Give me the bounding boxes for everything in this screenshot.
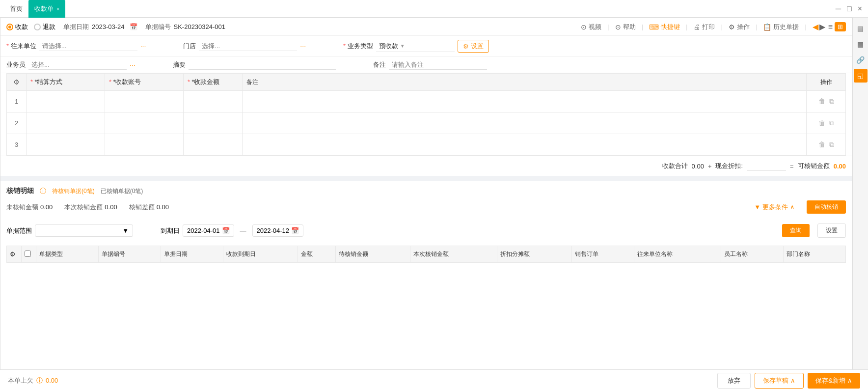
receipt-table: ⚙ * *结算方式 * *收款账号 * *收款金额 备注 操作 <box>6 73 846 156</box>
prev-icon[interactable]: ◀ <box>813 22 818 31</box>
settle-cell-2[interactable] <box>27 112 105 134</box>
more-conditions-btn[interactable]: ▼ 更多条件 ∧ <box>754 203 795 212</box>
radio-refund[interactable]: 退款 <box>34 23 55 31</box>
store-field: 门店 ··· <box>183 41 306 51</box>
abandon-btn[interactable]: 放弃 <box>717 373 751 389</box>
operation-btn[interactable]: ⚙ 操作 <box>729 23 750 31</box>
remark-cell-1[interactable] <box>243 91 807 112</box>
verify-settings-btn[interactable]: 设置 <box>817 223 846 238</box>
receipt-refund-radio: 收款 退款 <box>6 23 55 31</box>
nav-tab-home[interactable]: 首页 <box>4 0 28 18</box>
auto-verify-btn[interactable]: 自动核销 <box>807 200 846 214</box>
sidebar-expand-icon[interactable]: ◱ <box>854 69 868 83</box>
remark-cell-3[interactable] <box>243 134 807 156</box>
table-gear-icon-2[interactable]: ⚙ <box>10 251 16 258</box>
minimize-icon[interactable]: ─ <box>834 4 843 13</box>
amount-cell-1[interactable] <box>184 91 243 112</box>
partner-more-btn[interactable]: ··· <box>140 42 146 50</box>
form-row-1: * 往来单位 ··· 门店 ··· * 业务类型 预收款 ▼ ⚙ 设置 <box>0 36 852 57</box>
grid-view-icon[interactable]: ⊞ <box>835 22 846 31</box>
gear-icon: ⚙ <box>463 43 469 50</box>
number-field: 单据编号 SK-20230324-001 <box>145 23 226 31</box>
account-cell-1[interactable] <box>105 91 184 112</box>
form-row-2: 业务员 ··· 摘要 备注 <box>0 57 852 73</box>
query-btn[interactable]: 查询 <box>782 224 810 237</box>
partner-input[interactable] <box>39 41 137 51</box>
radio-circle-receipt <box>6 24 13 30</box>
amount-cell-3[interactable] <box>184 134 243 156</box>
main-content: 收款 退款 单据日期 2023-03-24 📅 单据编号 SK-20230324… <box>0 18 852 391</box>
section-title-row: 核销明细 ⓘ 待核销单据(0笔) 已核销单据(0笔) <box>6 187 846 196</box>
store-more-btn[interactable]: ··· <box>300 42 306 50</box>
delete-row-icon[interactable]: 🗑 <box>818 140 825 149</box>
account-cell-2[interactable] <box>105 112 184 134</box>
range-select[interactable]: ▼ <box>35 224 133 237</box>
verify-table: ⚙ 单据类型 单据编号 单据日期 收款到期日 金额 待核销金额 本次核销金额 折… <box>6 246 846 263</box>
table-row: 1 🗑 ⧉ <box>7 91 846 112</box>
stat-row: 未核销金额 0.00 本次核销金额 0.00 核销差额 0.00 ▼ 更多条件 … <box>6 200 846 214</box>
history-btn[interactable]: 📋 历史单据 <box>763 23 799 31</box>
calendar-icon[interactable]: 📅 <box>130 23 137 30</box>
select-all-checkbox[interactable] <box>25 251 31 257</box>
calendar-start-icon: 📅 <box>222 227 230 234</box>
section-divider <box>0 176 852 181</box>
toolbar-right: ⊙ 视频 | ⊙ 帮助 | ⌨ 快捷键 | 🖨 打印 | ⚙ 操作 <box>581 22 846 31</box>
discount-input[interactable] <box>747 161 786 171</box>
settle-cell-1[interactable] <box>27 91 105 112</box>
amount-cell-2[interactable] <box>184 112 243 134</box>
sidebar-table-icon[interactable]: ▤ <box>854 22 868 35</box>
receipt-table-section: ⚙ * *结算方式 * *收款账号 * *收款金额 备注 操作 <box>0 73 852 156</box>
close-tab-icon[interactable]: × <box>56 6 59 12</box>
filter-row: 单据范围 ▼ 到期日 2022-04-01 📅 — 2022-04-12 📅 查 <box>6 220 846 242</box>
biz-settings-btn[interactable]: ⚙ 设置 <box>458 40 489 53</box>
maximize-icon[interactable]: □ <box>845 4 854 13</box>
help-btn[interactable]: ⊙ 帮助 <box>615 23 636 31</box>
remark-input[interactable] <box>389 60 487 70</box>
nav-tab-receipt[interactable]: 收款单 × <box>28 0 65 18</box>
save-new-btn[interactable]: 保存&新增 ∧ <box>808 373 860 389</box>
settle-cell-3[interactable] <box>27 134 105 156</box>
chevron-new-icon: ∧ <box>847 377 852 384</box>
keyboard-icon: ⌨ <box>649 23 659 31</box>
summary-input[interactable] <box>189 60 336 70</box>
delete-row-icon[interactable]: 🗑 <box>818 97 825 106</box>
end-date-input[interactable]: 2022-04-12 📅 <box>252 224 304 237</box>
next-icon[interactable]: ▶ <box>819 22 825 31</box>
remark-field: 备注 <box>373 60 487 70</box>
staff-input[interactable] <box>28 60 127 70</box>
chevron-down-icon: ▼ <box>400 43 405 49</box>
copy-row-icon[interactable]: ⧉ <box>829 140 834 149</box>
copy-row-icon[interactable]: ⧉ <box>829 119 834 127</box>
close-icon[interactable]: × <box>856 4 864 13</box>
help-icon: ⊙ <box>615 23 621 31</box>
sidebar-link-icon[interactable]: 🔗 <box>854 53 868 67</box>
date-field: 单据日期 2023-03-24 📅 <box>63 23 137 31</box>
list-view-icon[interactable]: ≡ <box>828 23 833 31</box>
store-input[interactable] <box>199 41 297 51</box>
save-draft-btn[interactable]: 保存草稿 ∧ <box>755 373 804 389</box>
delete-row-icon[interactable]: 🗑 <box>818 119 825 127</box>
remark-cell-2[interactable] <box>243 112 807 134</box>
verification-section: 核销明细 ⓘ 待核销单据(0笔) 已核销单据(0笔) 未核销金额 0.00 本次… <box>0 181 852 269</box>
start-date-input[interactable]: 2022-04-01 📅 <box>183 224 234 237</box>
table-gear-icon[interactable]: ⚙ <box>13 78 20 86</box>
bottom-info-icon: ⓘ <box>36 376 43 385</box>
table-row: 2 🗑 ⧉ <box>7 112 846 134</box>
copy-row-icon[interactable]: ⧉ <box>829 97 834 106</box>
chevron-down-icon: ▼ <box>122 227 129 234</box>
biz-type-field: * 业务类型 预收款 ▼ ⚙ 设置 <box>343 40 489 53</box>
staff-more-btn[interactable]: ··· <box>130 61 136 69</box>
chevron-draft-icon: ∧ <box>790 377 795 384</box>
pending-tab[interactable]: 待核销单据(0笔) <box>52 187 95 196</box>
window-controls: ─ □ × <box>834 4 864 13</box>
sidebar-grid-icon[interactable]: ▦ <box>854 37 868 51</box>
shortcut-btn[interactable]: ⌨ 快捷键 <box>649 23 680 31</box>
print-btn[interactable]: 🖨 打印 <box>693 23 715 31</box>
radio-receipt[interactable]: 收款 <box>6 23 28 31</box>
biz-type-select[interactable]: 预收款 ▼ <box>376 41 455 52</box>
toolbar-row: 收款 退款 单据日期 2023-03-24 📅 单据编号 SK-20230324… <box>0 18 852 36</box>
info-icon[interactable]: ⓘ <box>40 187 46 196</box>
account-cell-3[interactable] <box>105 134 184 156</box>
video-btn[interactable]: ⊙ 视频 <box>581 23 601 31</box>
staff-field: 业务员 ··· <box>6 60 136 70</box>
